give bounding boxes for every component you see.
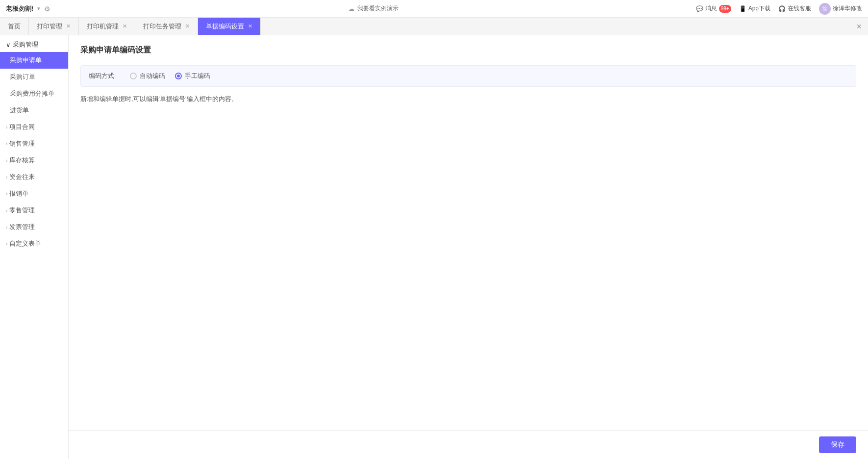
cloud-icon: ☁ xyxy=(348,5,354,12)
top-bar-left: 老板勿割! ▾ ⚙ xyxy=(6,4,50,13)
top-bar-right: 💬 消息 99+ 📱 App下载 🎧 在线客服 徐 徐泽华修改 xyxy=(696,3,862,15)
radio-manual-circle xyxy=(175,73,182,79)
sidebar-item-sales-manage[interactable]: › 销售管理 xyxy=(0,135,68,152)
sidebar-item-retail-manage[interactable]: › 零售管理 xyxy=(0,202,68,219)
save-button[interactable]: 保存 xyxy=(819,436,856,453)
close-icon[interactable]: ✕ xyxy=(123,23,127,29)
sidebar-group-purchase-label: 采购管理 xyxy=(13,40,38,49)
sidebar-item-custom-form-label: 自定义表单 xyxy=(9,239,41,248)
sidebar-item-purchase-request-label: 采购申请单 xyxy=(10,56,42,65)
avatar: 徐 xyxy=(819,3,831,15)
sidebar-group-purchase-title[interactable]: ∨ 采购管理 xyxy=(0,35,68,52)
close-icon[interactable]: ✕ xyxy=(248,23,252,29)
online-service-label: 在线客服 xyxy=(788,4,811,13)
tab-print-manage[interactable]: 打印管理 ✕ xyxy=(29,18,79,35)
close-all-button[interactable]: ✕ xyxy=(850,18,868,35)
chevron-right-icon: › xyxy=(6,241,7,247)
tab-single-code-set[interactable]: 单据编码设置 ✕ xyxy=(198,18,261,35)
message-button[interactable]: 💬 消息 99+ xyxy=(696,4,731,13)
radio-auto[interactable]: 自动编码 xyxy=(130,72,165,80)
chevron-right-icon: › xyxy=(6,125,7,130)
tab-home-label: 首页 xyxy=(8,22,21,31)
message-icon: 💬 xyxy=(696,5,703,12)
sidebar-item-project-contract[interactable]: › 项目合同 xyxy=(0,119,68,135)
tab-print-task[interactable]: 打印任务管理 ✕ xyxy=(135,18,198,35)
content-area: 采购申请单编码设置 编码方式 自动编码 手工编码 新增和编辑单据时,可以编辑'单… xyxy=(69,35,868,459)
tab-printer-manage[interactable]: 打印机管理 ✕ xyxy=(79,18,135,35)
app-download-label: App下载 xyxy=(748,4,770,13)
sidebar-group-purchase: ∨ 采购管理 采购申请单 采购订单 采购费用分摊单 进货单 xyxy=(0,35,68,119)
online-service-button[interactable]: 🎧 在线客服 xyxy=(778,4,811,13)
settings-icon[interactable]: ⚙ xyxy=(44,5,50,13)
message-badge: 99+ xyxy=(719,5,731,13)
sidebar-item-sales-manage-label: 销售管理 xyxy=(9,139,35,148)
close-all-icon: ✕ xyxy=(856,23,862,30)
sidebar-item-purchase-request[interactable]: 采购申请单 xyxy=(0,52,68,69)
sidebar-item-custom-form[interactable]: › 自定义表单 xyxy=(0,235,68,252)
chevron-right-icon: › xyxy=(6,191,7,197)
top-bar: 老板勿割! ▾ ⚙ ☁ 我要看实例演示 💬 消息 99+ 📱 App下载 🎧 在… xyxy=(0,0,868,18)
sidebar-item-invoice-manage-label: 发票管理 xyxy=(9,223,35,231)
radio-manual-label: 手工编码 xyxy=(185,72,210,80)
app-download-button[interactable]: 📱 App下载 xyxy=(739,4,770,13)
content-footer: 保存 xyxy=(69,430,868,459)
tab-printer-manage-label: 打印机管理 xyxy=(87,22,119,31)
headphone-icon: 🎧 xyxy=(778,5,786,12)
radio-auto-circle xyxy=(130,73,137,79)
sidebar-item-purchase-expense[interactable]: 采购费用分摊单 xyxy=(0,85,68,102)
sidebar-item-retail-manage-label: 零售管理 xyxy=(9,206,35,215)
logo-text: 老板勿割! xyxy=(6,4,33,13)
chevron-right-icon: › xyxy=(6,158,7,163)
info-text: 新增和编辑单据时,可以编辑'单据编号'输入框中的内容。 xyxy=(80,95,856,103)
sidebar-item-capital-flow[interactable]: › 资金往来 xyxy=(0,169,68,185)
close-icon[interactable]: ✕ xyxy=(185,23,190,29)
sidebar-item-project-contract-label: 项目合同 xyxy=(9,123,35,131)
page-title: 采购申请单编码设置 xyxy=(80,45,856,55)
chevron-right-icon: › xyxy=(6,175,7,180)
tab-single-code-set-label: 单据编码设置 xyxy=(206,22,244,31)
sidebar: ∨ 采购管理 采购申请单 采购订单 采购费用分摊单 进货单 › 项目合同 › 销… xyxy=(0,35,69,459)
user-info[interactable]: 徐 徐泽华修改 xyxy=(819,3,862,15)
content-main: 采购申请单编码设置 编码方式 自动编码 手工编码 新增和编辑单据时,可以编辑'单… xyxy=(69,35,868,430)
sidebar-item-purchase-order-label: 采购订单 xyxy=(10,73,35,81)
radio-auto-label: 自动编码 xyxy=(140,72,165,80)
sidebar-item-returns-label: 报销单 xyxy=(9,189,28,198)
sidebar-item-inventory-count[interactable]: › 库存核算 xyxy=(0,152,68,169)
tab-home[interactable]: 首页 xyxy=(0,18,29,35)
tab-print-manage-label: 打印管理 xyxy=(37,22,62,31)
top-bar-center: ☁ 我要看实例演示 xyxy=(348,4,398,13)
radio-group: 自动编码 手工编码 xyxy=(130,72,210,80)
chevron-right-icon: › xyxy=(6,208,7,213)
demo-text[interactable]: 我要看实例演示 xyxy=(357,4,398,13)
close-icon[interactable]: ✕ xyxy=(66,23,71,29)
sidebar-item-invoice-manage[interactable]: › 发票管理 xyxy=(0,219,68,235)
sidebar-item-capital-flow-label: 资金往来 xyxy=(9,173,35,181)
sidebar-item-purchase-expense-label: 采购费用分摊单 xyxy=(10,89,54,98)
main-layout: ∨ 采购管理 采购申请单 采购订单 采购费用分摊单 进货单 › 项目合同 › 销… xyxy=(0,35,868,459)
arrow-down-icon: ∨ xyxy=(6,41,11,49)
sidebar-item-stock-in[interactable]: 进货单 xyxy=(0,102,68,119)
message-label: 消息 xyxy=(705,4,717,13)
sidebar-item-returns[interactable]: › 报销单 xyxy=(0,185,68,202)
radio-manual[interactable]: 手工编码 xyxy=(175,72,210,80)
phone-icon: 📱 xyxy=(739,5,746,12)
sidebar-item-purchase-order[interactable]: 采购订单 xyxy=(0,69,68,85)
sidebar-item-inventory-count-label: 库存核算 xyxy=(9,156,35,165)
encoding-section: 编码方式 自动编码 手工编码 xyxy=(80,65,856,87)
chevron-right-icon: › xyxy=(6,141,7,147)
chevron-down-icon[interactable]: ▾ xyxy=(37,5,40,12)
tab-bar: 首页 打印管理 ✕ 打印机管理 ✕ 打印任务管理 ✕ 单据编码设置 ✕ ✕ xyxy=(0,18,868,35)
chevron-right-icon: › xyxy=(6,225,7,230)
encoding-label: 编码方式 xyxy=(89,72,118,80)
sidebar-item-stock-in-label: 进货单 xyxy=(10,106,29,115)
user-name: 徐泽华修改 xyxy=(833,4,862,13)
tab-print-task-label: 打印任务管理 xyxy=(143,22,181,31)
